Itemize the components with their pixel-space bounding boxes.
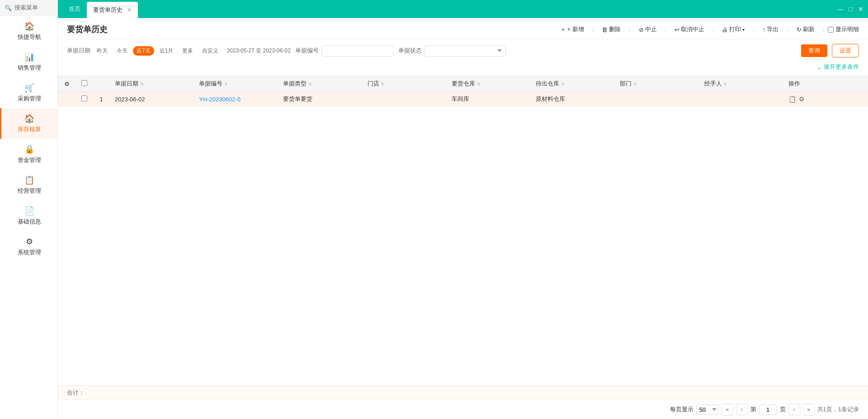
date-filter-label: 单据日期: [67, 47, 90, 55]
sort-icon-req-warehouse[interactable]: ⇅: [477, 81, 481, 86]
topbar: 首页 要货单历史 ✕ — □ ✕: [58, 0, 868, 18]
row-num: 1: [99, 96, 103, 103]
select-all-checkbox[interactable]: [81, 80, 87, 86]
sidebar-item-label: 基础信息: [18, 218, 41, 226]
col-doc-type: 单据类型 ⇅: [278, 76, 363, 92]
delete-icon: 🗑: [602, 26, 608, 33]
col-action-label: 操作: [788, 80, 800, 87]
cell-pending-warehouse: 原材料仓库: [531, 92, 615, 107]
tab-close-icon[interactable]: ✕: [127, 7, 132, 13]
col-date-label: 单据日期: [115, 80, 138, 87]
col-doc-no: 单据编号 ⇅: [194, 76, 278, 92]
finance-icon: 🔒: [24, 144, 34, 154]
sidebar-item-system[interactable]: ⚙ 系统管理: [0, 231, 57, 262]
export-button[interactable]: ↑ 导出: [758, 24, 783, 35]
cancel-stop-button[interactable]: ↩ 取消中止: [670, 24, 709, 35]
cell-checkbox: [76, 92, 92, 107]
display-detail-label: 显示明细: [835, 25, 859, 33]
sidebar-item-operation[interactable]: 📋 经营管理: [0, 170, 57, 200]
search-menu-label: 搜索菜单: [14, 4, 38, 12]
display-detail-toggle[interactable]: 显示明细: [828, 25, 859, 33]
last-page-button[interactable]: »: [803, 404, 815, 415]
stop-button[interactable]: ⊘ 中止: [634, 24, 661, 35]
operation-icon: 📋: [24, 175, 34, 185]
page-prefix-label: 第: [750, 405, 756, 414]
expand-more-btn[interactable]: ⌄ 展开更多条件: [817, 63, 859, 71]
new-button[interactable]: ＋ + 新增: [556, 24, 589, 35]
sidebar-item-home[interactable]: 🏠 快捷导航: [0, 16, 57, 47]
col-settings[interactable]: ⚙: [58, 76, 76, 92]
date-option-yesterday[interactable]: 昨天: [93, 46, 111, 56]
date-filter-group: 单据日期 昨天 今天 近7天 近1月 更多 自定义: [67, 46, 222, 56]
row-doc-type: 要货单要货: [283, 95, 312, 102]
next-page-button[interactable]: ›: [788, 404, 800, 415]
sidebar-item-sales[interactable]: 📊 销售管理: [0, 47, 57, 77]
doc-no-link[interactable]: YH-20230602-0: [199, 96, 241, 103]
sort-icon-doc-type[interactable]: ⇅: [308, 81, 312, 86]
sidebar-item-label: 采购管理: [18, 95, 41, 103]
date-option-week7[interactable]: 近7天: [133, 46, 154, 56]
toolbar: ＋ + 新增 | 🗑 删除 | ⊘ 中止 | ↩ 取消中止 |: [556, 24, 859, 35]
sort-icon-date[interactable]: ⇅: [140, 81, 144, 86]
view-action-icon[interactable]: 📋: [788, 95, 796, 103]
search-menu[interactable]: 🔍 搜索菜单: [0, 0, 57, 16]
per-page-select[interactable]: 10 20 50 100: [696, 405, 719, 415]
doc-status-select[interactable]: [425, 45, 506, 57]
date-option-today[interactable]: 今天: [113, 46, 131, 56]
edit-action-icon[interactable]: ⚙: [799, 95, 805, 103]
sort-icon-handler[interactable]: ⇅: [723, 81, 727, 86]
total-label: 合计：: [67, 389, 85, 397]
page-number-input[interactable]: [759, 405, 777, 415]
col-handler-label: 经手人: [704, 80, 722, 87]
col-checkbox: [76, 76, 92, 92]
col-dept-label: 部门: [620, 80, 632, 87]
minimize-button[interactable]: —: [837, 5, 844, 13]
sort-icon-doc-no[interactable]: ⇅: [224, 81, 228, 86]
date-range-text: 2023-05-27 至 2023-06-02: [226, 47, 290, 55]
page-title: 要货单历史: [67, 24, 108, 35]
cell-req-warehouse: 车间库: [447, 92, 531, 107]
print-icon: 🖨: [722, 26, 728, 33]
print-button[interactable]: 🖨 打印 ▾: [717, 24, 749, 35]
delete-button[interactable]: 🗑 删除: [597, 24, 625, 35]
col-date: 单据日期 ⇅: [110, 76, 194, 92]
table-footer: 合计：: [58, 386, 868, 400]
cell-doc-type: 要货单要货: [278, 92, 363, 107]
date-option-custom[interactable]: 自定义: [198, 46, 222, 56]
first-page-button[interactable]: «: [722, 404, 733, 415]
doc-number-label: 单据编号: [295, 47, 319, 55]
tab-home[interactable]: 首页: [62, 0, 87, 18]
col-req-warehouse-label: 要货仓库: [452, 80, 475, 87]
settings-button[interactable]: 设置: [832, 44, 859, 57]
col-pending-warehouse-label: 待出仓库: [536, 80, 559, 87]
stop-icon: ⊘: [639, 26, 644, 33]
row-checkbox[interactable]: [81, 95, 87, 101]
sidebar-item-finance[interactable]: 🔒 资金管理: [0, 139, 57, 170]
print-label: 打印: [729, 25, 741, 33]
prev-page-button[interactable]: ‹: [736, 404, 748, 415]
display-detail-checkbox[interactable]: [828, 27, 834, 33]
sort-icon-pending-warehouse[interactable]: ⇅: [561, 81, 565, 86]
sort-icon-store[interactable]: ⇅: [381, 81, 384, 86]
sidebar-item-inventory[interactable]: 🏠 库存核算: [0, 108, 57, 139]
maximize-button[interactable]: □: [849, 5, 853, 13]
inventory-icon: 🏠: [24, 114, 34, 124]
col-doc-type-label: 单据类型: [283, 80, 307, 87]
expand-more-label: 展开更多条件: [824, 63, 859, 71]
row-req-warehouse: 车间库: [452, 95, 469, 102]
sidebar-item-purchase[interactable]: 🛒 采购管理: [0, 77, 57, 108]
query-button[interactable]: 查询: [801, 44, 827, 57]
sidebar-item-label: 库存核算: [18, 125, 41, 133]
sidebar-item-basic[interactable]: 📄 基础信息: [0, 200, 57, 231]
date-option-month1[interactable]: 近1月: [156, 46, 177, 56]
date-option-more[interactable]: 更多: [179, 46, 197, 56]
sort-icon-dept[interactable]: ⇅: [633, 81, 637, 86]
print-chevron-icon: ▾: [742, 27, 745, 32]
refresh-button[interactable]: ↻ 刷新: [792, 24, 819, 35]
close-button[interactable]: ✕: [858, 5, 863, 13]
row-pending-warehouse: 原材料仓库: [536, 95, 565, 102]
sidebar-item-label: 系统管理: [18, 248, 41, 257]
doc-number-input[interactable]: [321, 45, 394, 57]
tab-history[interactable]: 要货单历史 ✕: [87, 2, 138, 18]
doc-status-label: 单据状态: [398, 47, 422, 55]
